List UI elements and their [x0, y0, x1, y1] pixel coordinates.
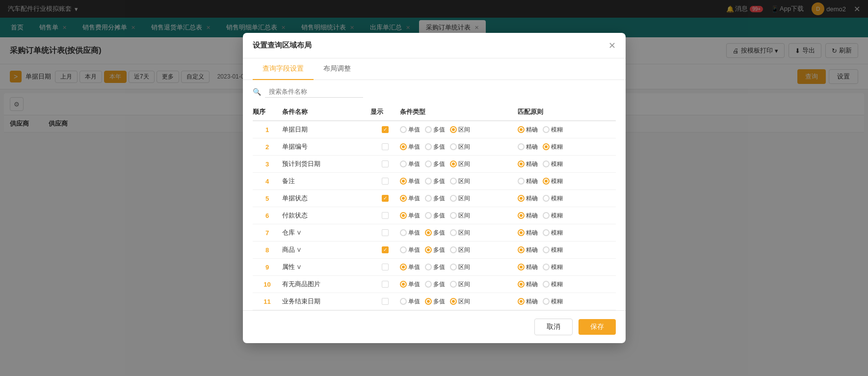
- modal-tab-query-fields[interactable]: 查询字段设置: [253, 58, 314, 80]
- checkbox-icon[interactable]: [382, 298, 389, 305]
- modal-close-btn[interactable]: ✕: [608, 41, 616, 50]
- radio-range[interactable]: 区间: [450, 143, 470, 151]
- radio-multi-label: 多值: [433, 263, 445, 271]
- checkbox-icon[interactable]: [382, 246, 389, 253]
- radio-circle-fuzzy: [543, 126, 550, 133]
- row-display-checkbox[interactable]: [370, 143, 400, 150]
- radio-fuzzy[interactable]: 模糊: [543, 263, 563, 271]
- radio-precise[interactable]: 精确: [518, 160, 538, 168]
- row-display-checkbox[interactable]: [370, 126, 400, 133]
- radio-precise[interactable]: 精确: [518, 229, 538, 237]
- radio-range-label: 区间: [458, 160, 470, 168]
- search-input[interactable]: [265, 86, 363, 98]
- row-display-checkbox[interactable]: [370, 212, 400, 219]
- radio-multi[interactable]: 多值: [425, 177, 445, 186]
- radio-fuzzy[interactable]: 模糊: [543, 126, 563, 134]
- radio-multi[interactable]: 多值: [425, 126, 445, 134]
- radio-fuzzy[interactable]: 模糊: [543, 297, 563, 306]
- radio-range-label: 区间: [458, 229, 470, 237]
- radio-precise[interactable]: 精确: [518, 177, 538, 186]
- radio-multi[interactable]: 多值: [425, 263, 445, 271]
- radio-circle-range: [450, 143, 457, 150]
- radio-range-label: 区间: [458, 246, 470, 254]
- row-display-checkbox[interactable]: [370, 298, 400, 305]
- radio-precise[interactable]: 精确: [518, 246, 538, 254]
- radio-precise[interactable]: 精确: [518, 263, 538, 271]
- row-display-checkbox[interactable]: [370, 246, 400, 253]
- radio-circle-precise: [518, 195, 525, 202]
- radio-range[interactable]: 区间: [450, 177, 470, 186]
- row-display-checkbox[interactable]: [370, 264, 400, 270]
- checkbox-icon[interactable]: [382, 126, 389, 133]
- radio-multi[interactable]: 多值: [425, 229, 445, 237]
- cancel-btn[interactable]: 取消: [534, 319, 573, 335]
- radio-range[interactable]: 区间: [450, 297, 470, 306]
- checkbox-icon[interactable]: [382, 195, 389, 202]
- radio-single[interactable]: 单值: [400, 194, 420, 203]
- radio-fuzzy[interactable]: 模糊: [543, 177, 563, 186]
- radio-precise[interactable]: 精确: [518, 126, 538, 134]
- radio-range[interactable]: 区间: [450, 126, 470, 134]
- radio-precise[interactable]: 精确: [518, 280, 538, 289]
- radio-multi[interactable]: 多值: [425, 246, 445, 254]
- checkbox-icon[interactable]: [382, 178, 389, 185]
- row-match-rule: 精确 模糊: [518, 194, 616, 203]
- radio-single[interactable]: 单值: [400, 297, 420, 306]
- checkbox-icon[interactable]: [382, 161, 389, 167]
- modal-tab-layout[interactable]: 布局调整: [314, 58, 361, 80]
- row-display-checkbox[interactable]: [370, 281, 400, 288]
- checkbox-icon[interactable]: [382, 281, 389, 288]
- row-display-checkbox[interactable]: [370, 178, 400, 185]
- radio-range[interactable]: 区间: [450, 160, 470, 168]
- row-condition-type: 单值 多值 区间: [400, 126, 518, 134]
- radio-multi[interactable]: 多值: [425, 160, 445, 168]
- radio-fuzzy[interactable]: 模糊: [543, 160, 563, 168]
- radio-precise[interactable]: 精确: [518, 297, 538, 306]
- radio-circle-single: [400, 246, 407, 253]
- radio-range[interactable]: 区间: [450, 246, 470, 254]
- radio-precise[interactable]: 精确: [518, 194, 538, 203]
- radio-range[interactable]: 区间: [450, 229, 470, 237]
- table-row: 11 业务结束日期 单值 多值 区间: [253, 293, 616, 310]
- radio-multi[interactable]: 多值: [425, 212, 445, 220]
- save-btn[interactable]: 保存: [579, 319, 616, 335]
- radio-range-label: 区间: [458, 143, 470, 151]
- radio-single[interactable]: 单值: [400, 143, 420, 151]
- checkbox-icon[interactable]: [382, 264, 389, 270]
- radio-fuzzy[interactable]: 模糊: [543, 143, 563, 151]
- radio-range[interactable]: 区间: [450, 263, 470, 271]
- row-display-checkbox[interactable]: [370, 195, 400, 202]
- radio-fuzzy[interactable]: 模糊: [543, 194, 563, 203]
- radio-multi[interactable]: 多值: [425, 297, 445, 306]
- radio-single[interactable]: 单值: [400, 160, 420, 168]
- radio-fuzzy[interactable]: 模糊: [543, 246, 563, 254]
- radio-range[interactable]: 区间: [450, 194, 470, 203]
- radio-fuzzy[interactable]: 模糊: [543, 229, 563, 237]
- radio-single[interactable]: 单值: [400, 177, 420, 186]
- radio-single[interactable]: 单值: [400, 280, 420, 289]
- radio-range-label: 区间: [458, 126, 470, 134]
- radio-multi[interactable]: 多值: [425, 194, 445, 203]
- radio-fuzzy[interactable]: 模糊: [543, 280, 563, 289]
- radio-precise[interactable]: 精确: [518, 212, 538, 220]
- radio-single[interactable]: 单值: [400, 229, 420, 237]
- radio-single[interactable]: 单值: [400, 126, 420, 134]
- radio-single[interactable]: 单值: [400, 212, 420, 220]
- radio-fuzzy[interactable]: 模糊: [543, 212, 563, 220]
- radio-multi[interactable]: 多值: [425, 280, 445, 289]
- radio-precise-label: 精确: [526, 194, 538, 203]
- checkbox-icon[interactable]: [382, 212, 389, 219]
- radio-multi[interactable]: 多值: [425, 143, 445, 151]
- radio-single[interactable]: 单值: [400, 246, 420, 254]
- radio-single[interactable]: 单值: [400, 263, 420, 271]
- row-display-checkbox[interactable]: [370, 229, 400, 236]
- radio-precise[interactable]: 精确: [518, 143, 538, 151]
- checkbox-icon[interactable]: [382, 229, 389, 236]
- radio-range[interactable]: 区间: [450, 280, 470, 289]
- checkbox-icon[interactable]: [382, 143, 389, 150]
- row-condition-name: 单据状态: [282, 194, 370, 203]
- row-condition-type: 单值 多值 区间: [400, 177, 518, 186]
- table-row: 7 仓库 ∨ 单值 多值 区间: [253, 224, 616, 242]
- row-display-checkbox[interactable]: [370, 161, 400, 167]
- radio-range[interactable]: 区间: [450, 212, 470, 220]
